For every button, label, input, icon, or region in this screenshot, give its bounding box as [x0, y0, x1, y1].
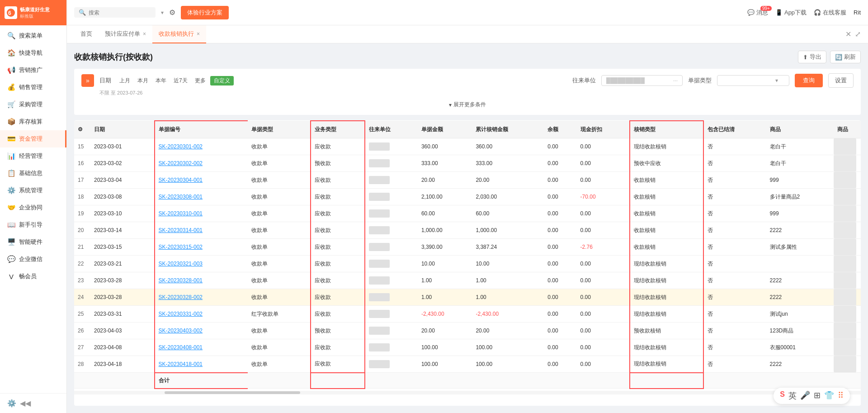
filter-type-select[interactable]: ▾: [717, 75, 789, 86]
doc-no-link[interactable]: SK-20230328-002: [159, 294, 203, 300]
cell-seq: 17: [74, 172, 90, 189]
cell-include-cleared: 否: [703, 172, 766, 189]
filter-date-custom-btn[interactable]: 自定义: [210, 76, 234, 85]
doc-no-link[interactable]: SK-20230310-001: [159, 210, 203, 217]
doc-no-link[interactable]: SK-20230314-001: [159, 227, 203, 233]
cell-doc-no: SK-20230308-001: [155, 189, 248, 205]
cell-balance: 0.00: [544, 339, 576, 356]
filter-settings-btn[interactable]: 设置: [828, 73, 854, 88]
tab-collection[interactable]: 收款核销执行 ×: [152, 25, 206, 43]
doc-no-link[interactable]: SK-20230418-001: [159, 361, 203, 367]
cell-product2: [834, 222, 861, 239]
filter-date-this-month[interactable]: 本月: [135, 76, 151, 85]
topbar-chevron-icon[interactable]: ▾: [161, 9, 164, 16]
cell-biz-type: 应收款: [311, 306, 364, 323]
message-badge: 99+: [760, 6, 772, 11]
filter-more-btn[interactable]: ▾ 展开更多条件: [449, 101, 486, 109]
floating-toolbar: S 英 🎤 ⊞ 👕 ⠿: [774, 388, 850, 404]
filter-query-btn[interactable]: 查询: [795, 74, 823, 87]
doc-no-link[interactable]: SK-20230408-001: [159, 344, 203, 351]
tab-receivable-close[interactable]: ×: [143, 31, 146, 37]
horizontal-scrollbar[interactable]: [74, 391, 861, 394]
doc-no-link[interactable]: SK-20230403-002: [159, 328, 203, 334]
settings-icon[interactable]: ⚙️: [7, 399, 16, 408]
collapse-icon[interactable]: ◀◀: [20, 399, 31, 408]
filter-expand-btn[interactable]: »: [81, 74, 94, 87]
sidebar-item-guide[interactable]: 📖新手引导: [0, 216, 66, 233]
tab-receivable[interactable]: 预计应应付单 ×: [99, 25, 152, 43]
refresh-btn[interactable]: 🔄 刷新: [830, 51, 861, 63]
filter-date-more[interactable]: 更多: [192, 76, 208, 85]
doc-no-link[interactable]: SK-20230315-002: [159, 244, 203, 250]
float-grid-icon[interactable]: ⊞: [814, 390, 821, 401]
page-title: 收款核销执行(按收款): [74, 52, 153, 62]
float-s-icon[interactable]: S: [780, 390, 785, 401]
message-action[interactable]: 💬 消息 99+: [747, 9, 768, 17]
topbar-search[interactable]: 🔍: [74, 7, 156, 18]
user-avatar[interactable]: Rit: [854, 9, 861, 16]
sidebar-item-purchase[interactable]: 🛒采购管理: [0, 96, 66, 113]
filter-date-7days[interactable]: 近7天: [171, 76, 190, 85]
float-apps-icon[interactable]: ⠿: [838, 390, 844, 401]
tab-collection-close[interactable]: ×: [197, 31, 200, 37]
cell-product: 测试多属性: [766, 239, 834, 256]
sidebar-item-shortcut[interactable]: 🏠快捷导航: [0, 44, 66, 62]
cell-include-cleared: 否: [703, 289, 766, 306]
filter-date-last-month[interactable]: 上月: [117, 76, 133, 85]
sidebar-item-inventory[interactable]: 📦库存核算: [0, 113, 66, 130]
sidebar-menu: 🔍搜索菜单🏠快捷导航📢营销推广💰销售管理🛒采购管理📦库存核算💳资金管理📊经营管理…: [0, 25, 66, 393]
cell-write-off-type: 现结收款核销: [630, 272, 703, 289]
cell-doc-type: 收款单: [248, 138, 311, 155]
sidebar-item-label: 企业协同: [19, 204, 42, 212]
doc-no-link[interactable]: SK-20230328-001: [159, 277, 203, 284]
sidebar-item-finance[interactable]: 💳资金管理: [0, 130, 66, 147]
sidebar-item-sales[interactable]: 💰销售管理: [0, 79, 66, 96]
doc-no-link[interactable]: SK-20230301-002: [159, 143, 203, 150]
doc-no-link[interactable]: SK-20230308-001: [159, 194, 203, 200]
cell-write-off-type: 现结收款核销: [630, 289, 703, 306]
float-english-icon[interactable]: 英: [788, 390, 797, 401]
cell-doc-type: 收款单: [248, 323, 311, 339]
doc-no-link[interactable]: SK-20230304-001: [159, 177, 203, 183]
cell-discount: 0.00: [577, 205, 630, 222]
doc-no-link[interactable]: SK-20230331-002: [159, 311, 203, 317]
filter-unit-input[interactable]: ██████████ ···: [601, 75, 683, 86]
purchase-icon: 🛒: [7, 100, 15, 109]
search-input[interactable]: [89, 9, 143, 16]
sidebar-item-operation[interactable]: 📊经营管理: [0, 147, 66, 165]
sidebar-item-hardware[interactable]: 🖥️智能硬件: [0, 233, 66, 251]
sidebar-item-search[interactable]: 🔍搜索菜单: [0, 27, 66, 44]
search-icon: 🔍: [7, 32, 15, 40]
filter-bar: » 日期 上月 本月 本年 近7天 更多 自定义 往来单位 ██████████…: [74, 69, 861, 115]
float-shirt-icon[interactable]: 👕: [824, 390, 834, 401]
tab-close-icon[interactable]: ✕: [845, 30, 851, 38]
table-settings-icon[interactable]: ⚙: [78, 126, 83, 133]
doc-no-link[interactable]: SK-20230321-003: [159, 261, 203, 267]
cell-discount: 0.00: [577, 155, 630, 172]
industry-btn[interactable]: 体验行业方案: [181, 6, 229, 19]
cell-include-cleared: 否: [703, 256, 766, 272]
sidebar-item-system[interactable]: ⚙️系统管理: [0, 182, 66, 199]
topbar-gear-icon[interactable]: ⚙: [169, 8, 175, 17]
tabs-bar: 首页 预计应应付单 × 收款核销执行 × ✕ ⤢: [67, 25, 868, 43]
cell-product: 衣服00001: [766, 339, 834, 356]
sidebar-item-member[interactable]: V畅会员: [0, 268, 66, 285]
cell-unit: x: [365, 239, 418, 256]
cell-seq: 26: [74, 323, 90, 339]
sidebar-item-enterprise[interactable]: 🤝企业协同: [0, 199, 66, 216]
app-download-action[interactable]: 📱 App下载: [775, 9, 807, 17]
float-mic-icon[interactable]: 🎤: [800, 390, 810, 401]
sidebar-item-basic[interactable]: 📋基础信息: [0, 165, 66, 182]
cell-balance: 0.00: [544, 323, 576, 339]
sidebar-item-marketing[interactable]: 📢营销推广: [0, 62, 66, 79]
cell-write-off: 333.00: [472, 155, 544, 172]
doc-no-link[interactable]: SK-20230302-002: [159, 160, 203, 166]
online-service-action[interactable]: 🎧 在线客服: [814, 9, 846, 17]
tab-home[interactable]: 首页: [74, 25, 99, 43]
filter-date-this-year[interactable]: 本年: [153, 76, 169, 85]
sidebar-item-wechat[interactable]: 💬企业微信: [0, 251, 66, 268]
col-settings[interactable]: ⚙: [74, 121, 90, 138]
export-btn[interactable]: ⬆ 导出: [798, 51, 826, 63]
cell-discount: 0.00: [577, 138, 630, 155]
tab-expand-icon[interactable]: ⤢: [855, 30, 861, 38]
